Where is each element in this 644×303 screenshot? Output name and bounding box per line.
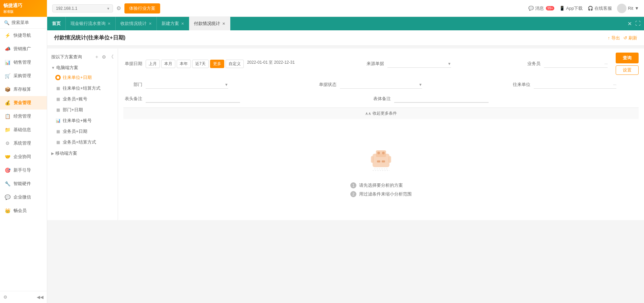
voucher-status-select[interactable]: ▼	[340, 81, 422, 89]
source-dropdown-icon: ▼	[447, 62, 451, 66]
more-btn[interactable]: 更多	[210, 60, 224, 68]
tab-bank-flow-label: 现金银行流水查询	[70, 21, 106, 27]
member-icon: 👑	[4, 207, 11, 214]
sidebar-item-management[interactable]: 📋 经营管理	[0, 110, 47, 123]
experience-button[interactable]: 体验行业方案	[124, 3, 160, 13]
table-body-note-label: 表体备注	[372, 96, 391, 102]
sidebar-item-quick-nav[interactable]: ⚡ 快捷导航	[0, 29, 47, 42]
tab-receivables-close[interactable]: ✕	[149, 22, 152, 26]
tab-payment-stats-close[interactable]: ✕	[222, 22, 225, 26]
scheme-item-partner-date[interactable]: 往来单位+日期	[47, 72, 118, 83]
desktop-group-header[interactable]: ▼ 电脑端方案	[47, 63, 118, 72]
tab-payment-stats-label: 付款情况统计	[194, 21, 220, 27]
user-menu[interactable]: Rit ▼	[617, 4, 639, 13]
settings-bottom-icon[interactable]: ⚙	[3, 295, 7, 300]
tab-new-scheme-close[interactable]: ✕	[181, 22, 184, 26]
tab-expand-icon[interactable]: ⛶	[635, 21, 641, 27]
search-icon: 🔍	[4, 20, 9, 25]
sidebar-item-inventory[interactable]: 📦 库存核算	[0, 83, 47, 96]
address-bar[interactable]: 192.168.1.1 ▼	[52, 4, 113, 12]
staff-select[interactable]: ···	[544, 60, 608, 68]
last-month-btn[interactable]: 上月	[146, 60, 160, 68]
scheme-item-staff-settlement[interactable]: ▦ 业务员+结算方式	[47, 137, 118, 148]
partner-select-value	[534, 82, 613, 87]
tab-close-icon[interactable]: ✕	[627, 21, 632, 27]
scheme-item-partner-account[interactable]: 📊 往来单位+账号	[47, 115, 118, 126]
tab-bank-flow-close[interactable]: ✕	[108, 22, 111, 26]
table-head-note-input-wrapper[interactable]	[146, 94, 240, 103]
dept-dropdown-icon: ▼	[225, 83, 228, 87]
collapse-filter-btn[interactable]: ∧∧ 收起更多条件	[123, 108, 639, 119]
sidebar-item-guide[interactable]: 🎯 新手引导	[0, 163, 47, 177]
this-year-btn[interactable]: 本年	[177, 60, 191, 68]
tab-new-scheme[interactable]: 新建方案 ✕	[157, 17, 189, 30]
tab-spacer	[230, 17, 624, 30]
tab-payment-stats[interactable]: 付款情况统计 ✕	[189, 17, 230, 30]
header-settings-icon[interactable]: ⚙	[116, 5, 121, 11]
empty-icon	[364, 142, 398, 176]
app-logo: 畅捷通巧 标准版	[0, 0, 47, 17]
scheme-item-partner-settlement[interactable]: ▦ 往来单位+结算方式	[47, 83, 118, 94]
address-text: 192.168.1.1	[56, 6, 77, 11]
sidebar-item-member[interactable]: 👑 畅会员	[0, 204, 47, 217]
export-btn[interactable]: ↑ 导出	[608, 35, 620, 41]
user-dropdown-icon: ▼	[635, 6, 639, 11]
tab-bank-flow[interactable]: 现金银行流水查询 ✕	[66, 17, 116, 30]
partner-select[interactable]: ···	[534, 81, 616, 89]
message-icon: 💬	[528, 6, 534, 11]
source-select[interactable]: ▼	[387, 60, 451, 68]
last-7-days-btn[interactable]: 近7天	[192, 60, 209, 68]
sidebar-item-marketing[interactable]: 📣 营销推广	[0, 42, 47, 56]
sidebar-item-hardware[interactable]: 🔧 智能硬件	[0, 177, 47, 190]
sidebar-nav: ⚡ 快捷导航 📣 营销推广 📊 销售管理 🛒 采购管理 📦 库存核算 💰 资金管…	[0, 29, 47, 291]
tab-home[interactable]: 首页	[47, 17, 66, 30]
table-body-note-input[interactable]	[394, 94, 489, 102]
custom-btn[interactable]: 自定义	[226, 60, 244, 68]
search-menu[interactable]: 🔍 搜索菜单	[0, 17, 47, 29]
refresh-label: 刷新	[628, 35, 637, 41]
app-download-btn[interactable]: 📱 App下载	[559, 5, 583, 11]
refresh-btn[interactable]: ↺ 刷新	[623, 35, 637, 41]
sidebar-item-basic-info[interactable]: 📁 基础信息	[0, 123, 47, 137]
staff-more-icon: ···	[605, 62, 608, 66]
sidebar-item-enterprise[interactable]: 🤝 企业协同	[0, 150, 47, 163]
scheme-item-staff-account[interactable]: ▦ 业务员+账号	[47, 94, 118, 104]
chart-icon: 📊	[55, 118, 61, 123]
sidebar-item-label: 经营管理	[13, 113, 31, 119]
scheme-panel: 按以下方案查询 ＋ ⚙ 《 ▼ 电脑端方案	[47, 49, 118, 220]
table-head-note-label: 表头备注	[123, 96, 142, 102]
collapse-sidebar-icon[interactable]: ◀◀	[37, 295, 43, 300]
notifications-btn[interactable]: 💬 消息 99+	[528, 5, 554, 11]
table-body-note-input-wrapper[interactable]	[394, 94, 489, 103]
sidebar-item-purchase[interactable]: 🛒 采购管理	[0, 69, 47, 83]
header-left: 192.168.1.1 ▼ ⚙ 体验行业方案	[52, 3, 160, 13]
this-month-btn[interactable]: 本月	[161, 60, 175, 68]
desktop-scheme-group: ▼ 电脑端方案 往来单位+日期 ▦ 往来单位+结算方式 ▦	[47, 63, 118, 148]
sidebar-item-sales[interactable]: 📊 销售管理	[0, 56, 47, 69]
staff-select-value	[544, 61, 605, 66]
mobile-group-arrow: ▶	[51, 151, 54, 156]
query-button[interactable]: 查询	[616, 53, 639, 63]
table-head-note-input[interactable]	[146, 94, 240, 102]
scheme-item-staff-date[interactable]: ▦ 业务员+日期	[47, 126, 118, 137]
scheme-item-label: 往来单位+日期	[63, 74, 92, 81]
dept-select[interactable]: ▼	[146, 81, 228, 89]
scheme-item-dept-date[interactable]: ▦ 部门+日期	[47, 104, 118, 115]
empty-step-1-label: 请先选择要分析的方案	[359, 182, 403, 188]
sidebar-item-system[interactable]: ⚙ 系统管理	[0, 137, 47, 150]
online-service-btn[interactable]: 🎧 在线客服	[588, 5, 612, 11]
app-name: 畅捷通巧	[3, 3, 22, 9]
collapse-panel-icon[interactable]: 《	[109, 54, 114, 60]
settings-button[interactable]: 设置	[616, 65, 639, 75]
manage-scheme-icon[interactable]: ⚙	[102, 54, 106, 60]
sidebar-item-finance[interactable]: 💰 资金管理	[0, 96, 47, 110]
tab-receivables[interactable]: 收款情况统计 ✕	[116, 17, 157, 30]
svg-point-3	[377, 152, 380, 154]
finance-icon: 💰	[4, 99, 11, 106]
address-bar-wrapper[interactable]: 192.168.1.1 ▼	[52, 4, 113, 12]
mobile-scheme-group: ▶ 移动端方案	[47, 149, 118, 158]
add-scheme-icon[interactable]: ＋	[94, 54, 99, 60]
sidebar-item-wechat[interactable]: 💬 企业微信	[0, 190, 47, 204]
mobile-group-header[interactable]: ▶ 移动端方案	[47, 149, 118, 158]
sidebar-item-label: 畅会员	[13, 208, 27, 214]
